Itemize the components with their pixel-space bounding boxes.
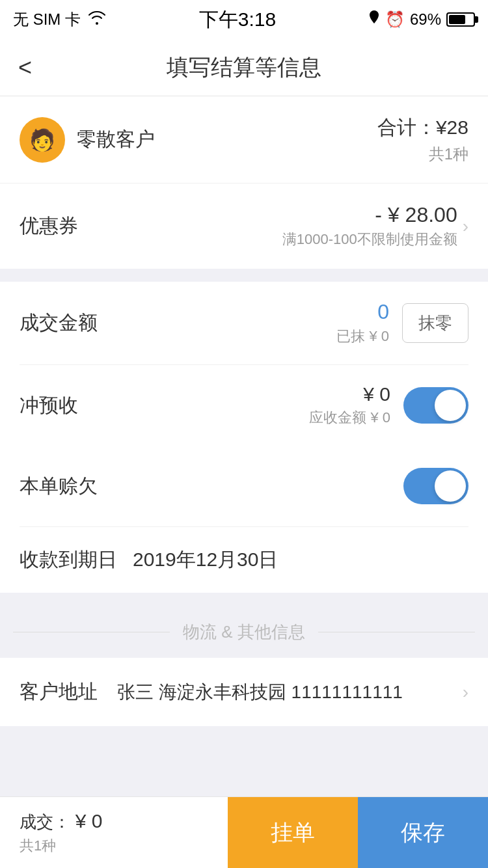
coupon-discount: - ¥ 28.00 [282, 203, 457, 227]
duedate-label: 收款到期日 [20, 547, 117, 573]
logistics-line-right [318, 632, 475, 632]
predeposit-label: 冲预收 [20, 392, 78, 419]
arrears-row: 本单赊欠 [20, 446, 468, 527]
customer-left: 🧑 零散客户 [20, 117, 155, 163]
predeposit-right: ¥ 0 应收金额 ¥ 0 [309, 383, 468, 427]
predeposit-amount: ¥ 0 [309, 383, 390, 405]
time-display: 下午3:18 [199, 7, 276, 33]
coupon-right: - ¥ 28.00 满1000-100不限制使用金额 › [282, 203, 468, 249]
page-title: 填写结算等信息 [167, 53, 321, 83]
address-chevron-icon: › [463, 682, 468, 703]
status-left: 无 SIM 卡 [13, 9, 107, 30]
total-amount: 合计：¥28 [377, 115, 468, 141]
predeposit-sub: 应收金额 ¥ 0 [309, 408, 390, 427]
total-count: 共1种 [377, 144, 468, 165]
status-right: ⏰ 69% [368, 10, 475, 29]
battery-icon [446, 12, 475, 27]
nav-bar: < 填写结算等信息 [0, 39, 488, 96]
logistics-divider: 物流 & 其他信息 [0, 606, 488, 658]
duedate-row: 收款到期日 2019年12月30日 [20, 527, 468, 593]
customer-section: 🧑 零散客户 合计：¥28 共1种 优惠券 - ¥ 28.00 满1000-10… [0, 96, 488, 269]
customer-row: 🧑 零散客户 合计：¥28 共1种 [0, 96, 488, 183]
deal-amount-sub: 已抹 ¥ 0 [336, 327, 389, 346]
status-bar: 无 SIM 卡 下午3:18 ⏰ 69% [0, 0, 488, 39]
customer-avatar: 🧑 [20, 117, 65, 163]
wifi-icon [87, 10, 107, 29]
duedate-value: 2019年12月30日 [133, 547, 278, 573]
arrears-label: 本单赊欠 [20, 473, 98, 500]
deal-amount-row: 成交金额 0 已抹 ¥ 0 抹零 [20, 282, 468, 365]
logistics-line-left [13, 632, 170, 632]
customer-right: 合计：¥28 共1种 [377, 115, 468, 165]
amount-value-group: 0 已抹 ¥ 0 [336, 300, 389, 346]
main-content: 🧑 零散客户 合计：¥28 共1种 优惠券 - ¥ 28.00 满1000-10… [0, 96, 488, 804]
alarm-icon: ⏰ [385, 10, 405, 29]
round-zero-button[interactable]: 抹零 [402, 303, 468, 343]
bottom-count: 共1种 [20, 836, 208, 856]
deal-amount-value: 0 [336, 300, 389, 324]
arrears-toggle-knob [435, 470, 466, 502]
battery-text: 69% [410, 10, 441, 29]
no-sim-text: 无 SIM 卡 [13, 9, 81, 30]
predeposit-row: 冲预收 ¥ 0 应收金额 ¥ 0 [20, 365, 468, 446]
bottom-deal-label: 成交： [20, 812, 70, 832]
back-button[interactable]: < [18, 54, 32, 81]
address-section: 客户地址 张三 海淀永丰科技园 11111111111 › [0, 658, 488, 726]
hold-button[interactable]: 挂单 [228, 797, 358, 869]
bottom-bar: 成交： ¥ 0 共1种 挂单 保存 [0, 796, 488, 868]
address-row[interactable]: 客户地址 张三 海淀永丰科技园 11111111111 › [20, 658, 468, 726]
coupon-content: - ¥ 28.00 满1000-100不限制使用金额 [282, 203, 457, 249]
bottom-deal-amount: ¥ 0 [75, 810, 103, 832]
deal-amount-label: 成交金额 [20, 310, 98, 336]
address-value: 张三 海淀永丰科技园 11111111111 [117, 680, 463, 705]
chevron-right-icon: › [463, 216, 468, 237]
address-label: 客户地址 [20, 679, 98, 705]
location-icon [368, 10, 380, 29]
coupon-label: 优惠券 [20, 213, 78, 239]
amount-right: 0 已抹 ¥ 0 抹零 [336, 300, 468, 346]
arrears-toggle[interactable] [403, 468, 468, 504]
customer-name: 零散客户 [77, 126, 155, 153]
predeposit-toggle[interactable] [403, 387, 468, 424]
arrears-section: 本单赊欠 收款到期日 2019年12月30日 [0, 446, 488, 593]
avatar-icon: 🧑 [29, 128, 55, 152]
amount-section: 成交金额 0 已抹 ¥ 0 抹零 冲预收 ¥ 0 应收金额 ¥ 0 [0, 282, 488, 446]
toggle-knob [435, 390, 466, 421]
logistics-label: 物流 & 其他信息 [183, 621, 305, 644]
bottom-info: 成交： ¥ 0 共1种 [0, 810, 228, 856]
coupon-row[interactable]: 优惠券 - ¥ 28.00 满1000-100不限制使用金额 › [0, 183, 488, 269]
coupon-desc: 满1000-100不限制使用金额 [282, 230, 457, 249]
predeposit-value-group: ¥ 0 应收金额 ¥ 0 [309, 383, 390, 427]
save-button[interactable]: 保存 [358, 797, 488, 869]
bottom-deal-row: 成交： ¥ 0 [20, 810, 208, 834]
